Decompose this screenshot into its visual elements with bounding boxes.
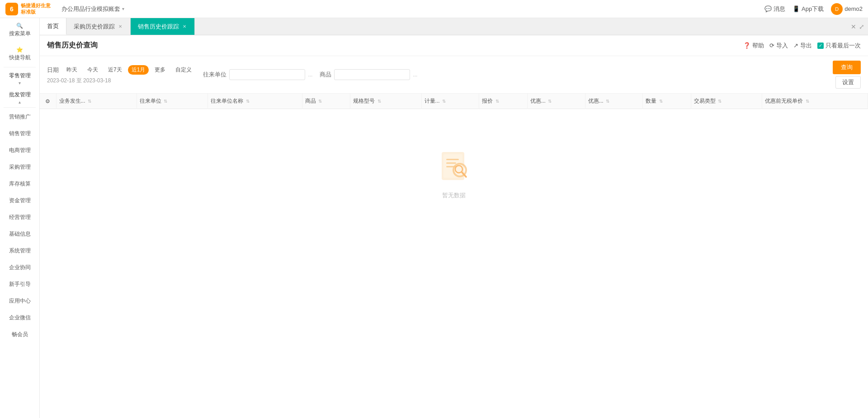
filter-bar: 日期 昨天 今天 近7天 近1月 更多 自定义 2023-02-18 至 202… [40,56,868,94]
import-icon: ⟳ [769,42,774,49]
th-unit[interactable]: 计量... ⇅ [421,94,479,109]
sidebar-item-finance[interactable]: 资金管理 [0,192,39,209]
page-title: 销售历史价查询 [47,41,98,50]
date-btn-more[interactable]: 更多 [151,65,170,75]
svg-point-6 [455,166,462,173]
checkbox-checked-icon: ✓ [817,43,824,49]
help-icon: ❓ [743,42,750,49]
export-button[interactable]: ↗ 导出 [793,42,812,50]
restore-tab-action[interactable]: ⤢ [859,23,864,30]
sort-arrows-price: ⇅ [495,99,499,104]
source-unit-input[interactable] [229,69,305,80]
th-spec[interactable]: 规格型号 ⇅ [350,94,421,109]
th-unit-code[interactable]: 往来单位 ⇅ [137,94,208,109]
app-download-nav[interactable]: 📱 App下载 [793,5,824,13]
tab-spacer [195,18,847,35]
date-btn-7days[interactable]: 近7天 [104,65,126,75]
goods-filter: 商品 ... [320,69,417,80]
sort-arrows-unit-name: ⇅ [246,99,250,104]
sidebar-item-retail[interactable]: 零售管理 ▾ [0,68,39,87]
th-settings[interactable]: ⚙ [40,94,56,109]
svg-rect-2 [446,159,459,160]
date-btn-yesterday[interactable]: 昨天 [62,65,81,75]
sidebar-item-inventory[interactable]: 库存核算 [0,176,39,192]
sidebar-item-shortcut[interactable]: ⭐ 快捷导航 [0,42,39,66]
logo-icon: 6 [5,3,18,15]
source-unit-filter: 往来单位 ... [203,69,312,80]
sidebar-item-wechat[interactable]: 企业微信 [0,309,39,326]
empty-state: 暂无数据 [40,109,868,236]
date-buttons-group: 日期 昨天 今天 近7天 近1月 更多 自定义 [47,65,196,75]
date-btn-today[interactable]: 今天 [83,65,102,75]
sidebar-item-search[interactable]: 🔍 搜索菜单 [0,18,39,42]
th-price[interactable]: 报价 ⇅ [479,94,528,109]
main-layout: 🔍 搜索菜单 ⭐ 快捷导航 零售管理 ▾ 批发管理 ▴ 营销推广 销售管理 电商… [0,18,868,418]
empty-illustration [434,145,474,186]
top-header: 6 畅捷通好生意 标准版 办公用品行业模拟账套 ▾ 💬 消息 📱 App下载 D… [0,0,868,18]
th-discount2[interactable]: 优惠... ⇅ [585,94,643,109]
query-button[interactable]: 查询 [833,61,861,74]
tab-purchase-history[interactable]: 采购历史价跟踪 ✕ [66,18,131,35]
content-area: 首页 采购历史价跟踪 ✕ 销售历史价跟踪 ✕ ✕ ⤢ 销售历史价查询 ❓ 帮 [40,18,868,418]
sort-arrows-spec: ⇅ [377,99,381,104]
sidebar-item-purchase[interactable]: 采购管理 [0,159,39,176]
source-unit-dots[interactable]: ... [308,71,312,78]
sidebar-item-operations[interactable]: 经营管理 [0,209,39,226]
sort-arrows-unit-code: ⇅ [164,99,167,104]
header-left: 6 畅捷通好生意 标准版 办公用品行业模拟账套 ▾ [5,3,124,15]
tab-close-purchase[interactable]: ✕ [118,24,123,29]
message-nav[interactable]: 💬 消息 [764,5,785,13]
chevron-down-icon: ▾ [122,6,124,11]
import-button[interactable]: ⟳ 导入 [769,42,788,50]
table-container: ⚙ 业务发生... ⇅ 往来单位 ⇅ 往来单位名称 ⇅ [40,94,868,418]
sidebar-item-marketing[interactable]: 营销推广 [0,109,39,125]
help-button[interactable]: ❓ 帮助 [743,42,764,50]
date-filter-group: 日期 昨天 今天 近7天 近1月 更多 自定义 2023-02-18 至 202… [47,65,196,85]
th-biz-date[interactable]: 业务发生... ⇅ [56,94,137,109]
data-table: ⚙ 业务发生... ⇅ 往来单位 ⇅ 往来单位名称 ⇅ [40,94,868,109]
header-right: 💬 消息 📱 App下载 D demo2 [764,3,863,15]
sidebar-item-system[interactable]: 系统管理 [0,242,39,259]
tab-home[interactable]: 首页 [40,18,66,35]
logo-area: 6 畅捷通好生意 标准版 [5,3,51,15]
date-range-text: 2023-02-18 至 2023-03-18 [47,77,196,85]
sidebar-item-sales-mgmt[interactable]: 销售管理 [0,125,39,142]
th-trade-type[interactable]: 交易类型 ⇅ [691,94,762,109]
logo-text: 畅捷通好生意 标准版 [21,3,51,14]
sort-arrows-quantity: ⇅ [659,99,663,104]
page-actions: ❓ 帮助 ⟳ 导入 ↗ 导出 ✓ 只看最后一次 [743,42,861,50]
sidebar-item-ecommerce[interactable]: 电商管理 [0,142,39,159]
sidebar-divider-1 [4,67,36,67]
tab-sales-history[interactable]: 销售历史价跟踪 ✕ [131,18,195,35]
user-menu[interactable]: D demo2 [831,3,863,15]
page-title-bar: 销售历史价查询 ❓ 帮助 ⟳ 导入 ↗ 导出 ✓ 只看最后一次 [40,35,868,56]
th-discount1[interactable]: 优惠... ⇅ [527,94,585,109]
account-selector[interactable]: 办公用品行业模拟账套 ▾ [61,5,124,13]
sidebar-item-basics[interactable]: 基础信息 [0,226,39,242]
th-goods[interactable]: 商品 ⇅ [302,94,350,109]
goods-input[interactable] [334,69,410,80]
date-btn-custom[interactable]: 自定义 [171,65,196,75]
chevron-down-icon: ▾ [19,81,21,86]
goods-dots[interactable]: ... [413,71,417,78]
sort-arrows-pretax-price: ⇅ [806,99,809,104]
sidebar: 🔍 搜索菜单 ⭐ 快捷导航 零售管理 ▾ 批发管理 ▴ 营销推广 销售管理 电商… [0,18,40,418]
only-last-checkbox[interactable]: ✓ 只看最后一次 [817,42,861,50]
date-btn-1month[interactable]: 近1月 [128,65,149,75]
star-icon: ⭐ [16,47,23,53]
sidebar-item-enterprise[interactable]: 企业协同 [0,259,39,276]
th-unit-name[interactable]: 往来单位名称 ⇅ [208,94,302,109]
sidebar-item-guide[interactable]: 新手引导 [0,276,39,293]
search-icon: 🔍 [16,23,23,29]
tab-close-sales[interactable]: ✕ [182,24,187,29]
settings-icon: ⚙ [45,98,50,104]
sidebar-item-member[interactable]: 畅会员 [0,326,39,343]
close-tab-action[interactable]: ✕ [851,23,856,30]
settings-button[interactable]: 设置 [835,76,861,89]
sidebar-item-wholesale[interactable]: 批发管理 ▴ [0,87,39,106]
th-quantity[interactable]: 数量 ⇅ [643,94,691,109]
th-pretax-price[interactable]: 优惠前无税单价 ⇅ [762,94,868,109]
sidebar-item-apps[interactable]: 应用中心 [0,293,39,309]
message-icon: 💬 [764,5,772,12]
sort-arrows-discount2: ⇅ [606,99,609,104]
